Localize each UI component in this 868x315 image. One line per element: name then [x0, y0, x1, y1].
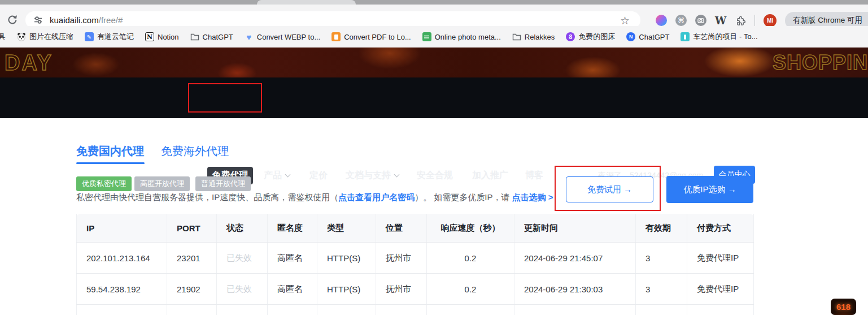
bookmark-image-host[interactable]: 8 免费的图床	[566, 32, 615, 42]
promo-banner-618[interactable]: DAY SHOPPING 618 · 特惠风暴 精选IP资源限量供应， 4折起疯…	[0, 48, 868, 77]
banner-left-outline-text: DAY	[5, 51, 53, 75]
cell-anonymity: 高匿名	[268, 274, 317, 304]
table-row: 59.54.238.192 21902 已失效 高匿名 HTTP(S) 抚州市 …	[76, 274, 754, 305]
window-tab-strip	[0, 0, 868, 5]
col-header-ip: IP	[76, 214, 167, 242]
bookmark-cheyishang[interactable]: 车艺尚的项目 - To...	[681, 32, 757, 42]
bookmark-relakkes-folder[interactable]: Relakkes	[512, 32, 555, 41]
teal-mic-icon	[681, 32, 690, 41]
nav-item-pricing[interactable]: 定价	[309, 170, 328, 182]
blue-n-icon: N	[626, 32, 635, 41]
cell-validity: 3	[636, 305, 687, 315]
bookmarks-bar: 工具 图片在线压缩 ✎ 有道云笔记 N Notion ChatGPT ♥ Con…	[0, 26, 868, 48]
toolbar-divider	[754, 15, 755, 26]
url-path: /free/#	[99, 15, 123, 25]
bookmark-chatgpt-folder[interactable]: ChatGPT	[190, 32, 233, 41]
cell-type: HTTP(S)	[317, 243, 376, 273]
notion-icon: N	[145, 32, 154, 41]
banner-right-outline-text: SHOPPING	[773, 51, 868, 75]
col-header-location: 位置	[376, 214, 427, 242]
table-row: 202.101.213.164 23201 已失效 高匿名 HTTP(S) 抚州…	[76, 243, 754, 274]
cell-location: 抚州市	[376, 243, 427, 273]
cell-updated: 2024-06-29 21:45:07	[514, 243, 636, 273]
folder-icon	[512, 32, 521, 41]
site-navbar: 快代理 kuaidaili.com 免费代理 产品 定价 文档与支持 安全合规 …	[0, 77, 868, 118]
photo-meta-icon	[422, 32, 431, 41]
logo-text: 快代理	[96, 164, 137, 177]
tab-free-overseas-proxy[interactable]: 免费海外代理	[161, 144, 229, 159]
cell-validity: 3	[636, 274, 687, 304]
bookmark-youdao-note[interactable]: ✎ 有道云笔记	[85, 32, 134, 42]
cell-location: 抚州市	[376, 305, 427, 315]
cell-payment: 免费代理IP	[687, 243, 754, 273]
cell-anonymity: 高匿名	[268, 243, 317, 273]
cell-status: 已失效	[217, 305, 268, 315]
col-header-status: 状态	[217, 214, 268, 242]
bookmark-convert-pdf[interactable]: Convert PDF to Lo...	[332, 32, 411, 41]
cell-ip: 202.101.213.164	[76, 243, 167, 273]
extension-wikipedia-icon[interactable]: W	[715, 15, 726, 26]
chrome-update-label: 有新版 Chrome 可用	[793, 15, 862, 25]
cell-port: 23201	[167, 243, 217, 273]
bookmark-notion[interactable]: N Notion	[145, 32, 179, 41]
bookmark-chatgpt[interactable]: N ChatGPT	[626, 32, 669, 41]
proxy-table: IP PORT 状态 匿名度 类型 位置 响应速度（秒） 更新时间 有效期 付费…	[76, 214, 754, 315]
floating-618-badge[interactable]: 618	[831, 299, 856, 315]
youdao-pen-icon: ✎	[85, 32, 94, 41]
col-header-response-time: 响应速度（秒）	[427, 214, 514, 242]
nav-item-promotion[interactable]: 加入推广	[472, 170, 508, 182]
bookmark-convert-webp[interactable]: ♥ Convert WEBP to...	[245, 32, 320, 41]
nav-item-product[interactable]: 产品	[264, 170, 290, 182]
premium-ip-buy-button[interactable]: 优质IP选购 →	[666, 176, 753, 203]
extension-brain-icon[interactable]	[656, 15, 667, 26]
nav-item-compliance[interactable]: 安全合规	[417, 170, 453, 182]
col-header-port: PORT	[167, 214, 217, 242]
tab-free-domestic-proxy[interactable]: 免费国内代理	[76, 144, 144, 159]
chevron-down-icon	[394, 172, 400, 178]
cell-response-time: 0.2	[427, 274, 514, 304]
tag-normal-open-proxy[interactable]: 普通开放代理	[195, 176, 251, 191]
link-buy-now[interactable]: 点击选购 >	[512, 192, 553, 202]
extension-camera-icon[interactable]	[695, 15, 706, 26]
col-header-updated: 更新时间	[514, 214, 636, 242]
cell-status: 已失效	[217, 243, 268, 273]
cell-port: 21846	[167, 305, 217, 315]
cell-response-time: 0.2	[427, 243, 514, 273]
bookmark-tools[interactable]: 工具	[0, 32, 6, 42]
profile-avatar[interactable]: Mi	[764, 14, 777, 27]
tag-premium-private-proxy[interactable]: 优质私密代理	[76, 176, 132, 191]
free-trial-button[interactable]: 免费试用 →	[566, 176, 653, 202]
panda-icon	[17, 32, 26, 41]
heart-icon: ♥	[245, 32, 254, 41]
col-header-payment: 付费方式	[687, 214, 754, 242]
browser-toolbar: kuaidaili.com/free/# ☆ ⌘ W Mi 有新版 Chrome…	[0, 5, 868, 26]
cell-port: 21902	[167, 274, 217, 304]
table-row: 120.40.113.212 21846 已失效 高匿名 HTTP(S) 抚州市…	[76, 305, 754, 315]
purple-8-icon: 8	[566, 32, 575, 41]
tag-high-anon-open-proxy[interactable]: 高匿开放代理	[134, 176, 190, 191]
nav-item-docs[interactable]: 文档与支持	[346, 170, 399, 182]
reload-icon[interactable]	[6, 13, 19, 27]
col-header-validity: 有效期	[636, 214, 687, 242]
bookmark-image-compress[interactable]: 图片在线压缩	[17, 32, 73, 42]
active-tab-underline	[76, 162, 145, 164]
nav-item-blog[interactable]: 博客	[525, 170, 543, 182]
cell-type: HTTP(S)	[317, 305, 376, 315]
chevron-down-icon	[285, 172, 291, 178]
cell-ip: 59.54.238.192	[76, 274, 167, 304]
site-settings-icon[interactable]	[33, 15, 43, 25]
active-browser-tab[interactable]	[257, 0, 356, 5]
cell-response-time: 0.2	[427, 305, 514, 315]
col-header-anonymity: 匿名度	[268, 214, 317, 242]
cell-updated: 2024-06-29 21:30:03	[514, 274, 636, 304]
url-host: kuaidaili.com	[50, 15, 99, 25]
bookmark-photo-meta[interactable]: Online photo meta...	[422, 32, 501, 41]
cell-location: 抚州市	[376, 274, 427, 304]
extensions-puzzle-icon[interactable]	[735, 15, 746, 26]
pdf-converter-icon	[332, 32, 341, 41]
bookmark-star-icon[interactable]: ☆	[620, 15, 630, 26]
extension-command-icon[interactable]: ⌘	[675, 15, 687, 26]
link-view-credentials[interactable]: 点击查看用户名密码	[338, 192, 415, 202]
col-header-type: 类型	[317, 214, 376, 242]
cell-ip: 120.40.113.212	[76, 305, 167, 315]
